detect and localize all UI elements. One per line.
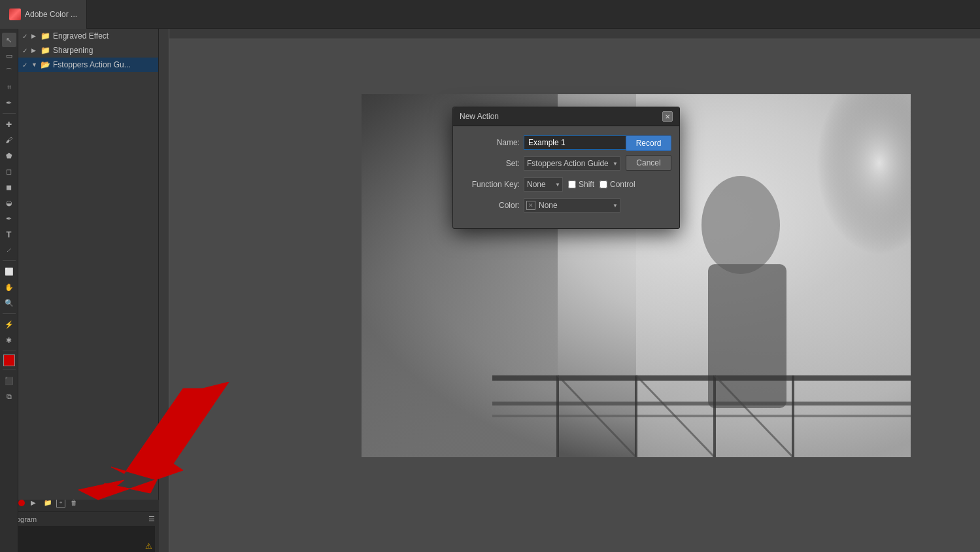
fkey-label: Function Key:	[461, 180, 520, 189]
shift-checkbox[interactable]	[568, 181, 576, 188]
name-input[interactable]	[524, 135, 631, 150]
color-select[interactable]: None Red Orange Yellow Green Blue	[524, 198, 620, 213]
dialog-titlebar: New Action ✕	[453, 107, 679, 126]
fkey-select-wrapper: None F1 F2	[524, 177, 563, 192]
control-checkbox-group: Control	[600, 180, 635, 189]
dialog-fkey-row: Function Key: None F1 F2 Shift	[461, 177, 620, 192]
name-label: Name:	[461, 138, 520, 147]
dialog-body: Name: Set: Fstoppers Action Guide Defaul…	[453, 126, 679, 228]
cancel-button-label: Cancel	[636, 158, 660, 167]
fkey-wrapper: None F1 F2 Shift Control	[524, 177, 635, 192]
record-button-label: Record	[636, 139, 662, 148]
close-x-icon: ✕	[665, 113, 670, 120]
set-label: Set:	[461, 159, 520, 168]
color-select-wrapper: ✕ None Red Orange Yellow Green Blue	[524, 198, 620, 213]
control-label: Control	[610, 180, 635, 189]
shift-label: Shift	[579, 180, 594, 189]
record-button[interactable]: Record	[626, 135, 671, 151]
dialog-name-row: Name:	[461, 135, 620, 150]
dialog-title: New Action	[460, 112, 499, 121]
dialog-overlay: New Action ✕ Name: Set: Fstoppers Action…	[0, 0, 980, 552]
set-select-wrapper: Fstoppers Action Guide Default Actions	[524, 156, 620, 171]
set-select[interactable]: Fstoppers Action Guide Default Actions	[524, 156, 620, 171]
color-label: Color:	[461, 201, 520, 210]
cancel-button[interactable]: Cancel	[626, 155, 671, 171]
shift-checkbox-group: Shift	[568, 180, 594, 189]
dialog-set-row: Set: Fstoppers Action Guide Default Acti…	[461, 156, 620, 171]
control-checkbox[interactable]	[600, 181, 607, 188]
dialog-color-row: Color: ✕ None Red Orange Yellow Green Bl…	[461, 198, 620, 213]
new-action-dialog: New Action ✕ Name: Set: Fstoppers Action…	[452, 107, 680, 229]
fkey-select[interactable]: None F1 F2	[524, 177, 563, 192]
dialog-close-button[interactable]: ✕	[662, 111, 673, 122]
color-x-icon: ✕	[526, 201, 535, 210]
dialog-buttons: Record Cancel	[626, 135, 671, 171]
